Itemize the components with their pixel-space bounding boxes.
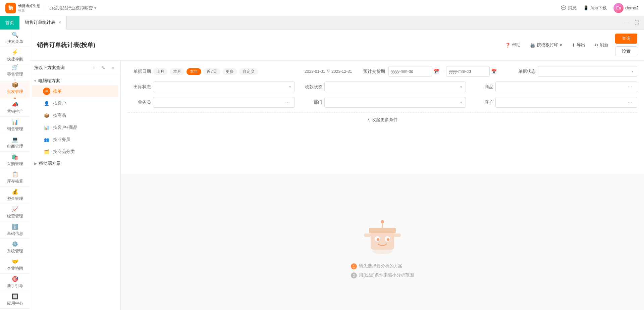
- scheme-edit-btn[interactable]: ✎: [100, 64, 107, 71]
- department-label: 部门: [299, 99, 322, 105]
- page-actions: ❓ 帮助 🖨️ 按模板打印 ▾ ⬇ 导出 ↻ 刷新 查询: [502, 34, 637, 56]
- dept-dropdown-icon: ▾: [460, 100, 462, 105]
- scheme-item-by-customer[interactable]: 👤 按客户: [32, 97, 118, 109]
- sidebar-item-wholesale[interactable]: 📦 批发管理 ▴: [0, 82, 30, 99]
- sidebar-item-quick-nav[interactable]: ⚡ 快捷导航: [0, 47, 30, 64]
- sidebar-item-operations[interactable]: 📈 经营管理: [0, 204, 30, 221]
- settings-button[interactable]: 设置: [615, 46, 637, 56]
- sidebar-item-app-center[interactable]: 🔲 应用中心: [0, 291, 30, 309]
- date-tag-custom[interactable]: 自定义: [239, 68, 258, 75]
- query-button[interactable]: 查询: [615, 34, 637, 44]
- scheme-add-btn[interactable]: +: [90, 64, 98, 71]
- content-area: 按以下方案查询 + ✎ « ▾: [30, 61, 644, 310]
- mobile-group-label: 移动端方案: [39, 160, 61, 166]
- home-tab-label: 首页: [5, 20, 14, 26]
- tab-minimize-btn[interactable]: —: [621, 18, 631, 28]
- scheme-item-by-order[interactable]: 单 按单: [32, 85, 118, 97]
- page-header: 销售订单统计表(按单) ❓ 帮助 🖨️ 按模板打印 ▾ ⬇ 导出 ↻ 刷新: [30, 30, 644, 61]
- date-tag-7days[interactable]: 近7天: [203, 68, 220, 75]
- help-icon: ❓: [505, 43, 511, 48]
- scheme-collapse-btn[interactable]: «: [109, 64, 116, 71]
- scheme-icon-category: 🗂️: [43, 148, 50, 155]
- sidebar-collab-label: 企业协同: [7, 266, 23, 271]
- expected-date-start-input[interactable]: [388, 66, 432, 77]
- department-select[interactable]: ▾: [324, 97, 466, 108]
- scheme-label-staff: 按业务员: [53, 137, 70, 143]
- calendar-start-icon[interactable]: 📅: [433, 69, 439, 74]
- expected-date-label: 预计交货期: [358, 68, 385, 74]
- finance-icon: 💰: [12, 189, 18, 195]
- sidebar-item-guide[interactable]: 🎯 新手引导: [0, 274, 30, 291]
- expected-date-group: 预计交货期 📅 — 📅: [358, 66, 508, 77]
- mobile-group-title[interactable]: ▶ 移动端方案: [30, 158, 120, 168]
- quick-nav-icon: ⚡: [12, 49, 18, 55]
- customer-select[interactable]: ···: [495, 97, 637, 108]
- sidebar-item-system[interactable]: ⚙️ 系统管理: [0, 239, 30, 256]
- refresh-btn[interactable]: ↻ 刷新: [592, 41, 611, 49]
- sales-icon: 📊: [12, 119, 18, 125]
- scheme-icon-staff: 👥: [43, 136, 50, 143]
- tab-maximize-btn[interactable]: ⛶: [632, 18, 641, 28]
- date-tag-this-month[interactable]: 本月: [170, 68, 184, 75]
- date-tag-last-month[interactable]: 上月: [153, 68, 168, 75]
- salesperson-select[interactable]: ···: [153, 97, 295, 108]
- pay-status-select[interactable]: ▾: [324, 82, 466, 92]
- sidebar-item-collab[interactable]: 🤝 企业协同: [0, 256, 30, 274]
- goods-more-icon[interactable]: ···: [627, 84, 634, 90]
- logo-icon: 畅: [5, 3, 16, 13]
- sidebar-inventory-label: 库存核算: [7, 178, 23, 184]
- scheme-item-by-category[interactable]: 🗂️ 按商品分类: [32, 146, 118, 158]
- sidebar-ecommerce-label: 电商管理: [7, 144, 23, 149]
- sidebar-item-retail[interactable]: 🛒 零售管理 ▾: [0, 64, 30, 82]
- doc-status-select[interactable]: ▾: [538, 66, 637, 77]
- date-tag-more[interactable]: 更多: [222, 68, 237, 75]
- print-btn[interactable]: 🖨️ 按模板打印 ▾: [527, 41, 565, 49]
- tab-bar-actions: — ⛶: [621, 18, 644, 28]
- goods-select[interactable]: ···: [495, 82, 637, 92]
- expected-date-end-input[interactable]: [446, 66, 490, 77]
- scheme-item-by-customer-goods[interactable]: 📊 按客户+商品: [32, 121, 118, 134]
- svg-rect-1: [371, 231, 394, 250]
- salesperson-more-icon[interactable]: ···: [284, 99, 291, 105]
- collapse-conditions-btn[interactable]: ∧ 收起更多条件: [127, 112, 637, 127]
- message-action[interactable]: 💬 消息: [561, 5, 577, 11]
- workspace-title: 办公用品行业模拟账套: [45, 5, 93, 11]
- empty-tips: 1 请先选择要分析的方案 2 用[过滤]条件来缩小分析范围: [351, 263, 414, 278]
- user-action[interactable]: Ea demo2: [613, 3, 639, 13]
- sidebar-item-ecommerce[interactable]: 💻 电商管理: [0, 134, 30, 152]
- scheme-item-by-goods[interactable]: 📦 按商品: [32, 109, 118, 121]
- sidebar-item-inventory[interactable]: 📋 库存核算: [0, 169, 30, 187]
- top-bar-left: 畅 畅捷通好生意 标版 办公用品行业模拟账套 ▾: [5, 3, 96, 13]
- ship-status-select[interactable]: ▾: [153, 82, 295, 92]
- tab-home[interactable]: 首页: [0, 16, 19, 30]
- calendar-end-icon[interactable]: 📅: [491, 69, 497, 74]
- tab-current[interactable]: 销售订单统计表 ×: [19, 16, 67, 30]
- sidebar-item-purchase[interactable]: 🛍️ 采购管理: [0, 152, 30, 169]
- pc-group-title[interactable]: ▾ 电脑端方案: [30, 75, 120, 85]
- sidebar-search-label: 搜索菜单: [7, 39, 23, 45]
- workspace-selector[interactable]: 办公用品行业模拟账套 ▾: [44, 5, 96, 11]
- filter-row-2: 出库状态 ▾ 收款状态 ▾: [127, 82, 637, 92]
- date-tag-this-year[interactable]: 本年: [186, 68, 201, 75]
- sidebar-item-sales[interactable]: 📊 销售管理: [0, 117, 30, 134]
- goods-label: 商品: [470, 84, 493, 90]
- tab-close-icon[interactable]: ×: [59, 20, 61, 25]
- scheme-panel: 按以下方案查询 + ✎ « ▾: [30, 61, 121, 310]
- empty-tip-1: 1 请先选择要分析的方案: [351, 263, 414, 269]
- scheme-panel-header: 按以下方案查询 + ✎ «: [30, 61, 120, 75]
- sidebar-item-finance[interactable]: 💰 资金管理: [0, 187, 30, 204]
- sidebar-item-wechat[interactable]: 💬 企业微信: [0, 309, 30, 310]
- empty-illustration: [361, 213, 404, 256]
- sidebar-item-search[interactable]: 🔍 搜索菜单: [0, 30, 30, 47]
- pay-status-dropdown-icon: ▾: [460, 85, 462, 89]
- wholesale-icon: 📦: [12, 82, 18, 88]
- filter-row-3: 业务员 ··· 部门 ▾: [127, 97, 637, 108]
- help-btn[interactable]: ❓ 帮助: [502, 41, 523, 49]
- customer-more-icon[interactable]: ···: [627, 99, 634, 105]
- scheme-item-by-staff[interactable]: 👥 按业务员: [32, 134, 118, 146]
- sidebar-item-marketing[interactable]: 📣 营销推广: [0, 99, 30, 117]
- app-download-action[interactable]: 📱 App下载: [583, 5, 607, 11]
- export-btn[interactable]: ⬇ 导出: [569, 41, 588, 49]
- sidebar-marketing-label: 营销推广: [7, 109, 23, 114]
- sidebar-item-basic-info[interactable]: ℹ️ 基础信息: [0, 221, 30, 239]
